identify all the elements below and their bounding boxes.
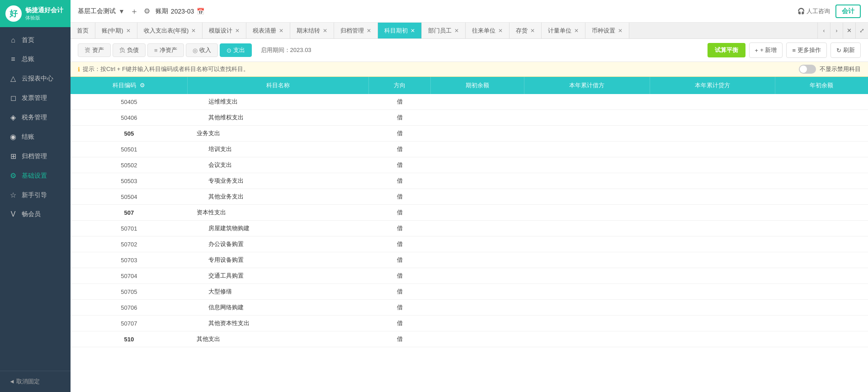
ledger-icon: ≡ — [9, 55, 17, 63]
sidebar-item-invoice[interactable]: ◻ 发票管理 — [0, 88, 71, 108]
tab-stock[interactable]: 存货 ✕ — [509, 23, 542, 39]
tab-close-icon[interactable]: ✕ — [574, 28, 579, 34]
tab-label: 税表清册 — [253, 27, 276, 35]
account-button[interactable]: 会计 — [835, 5, 861, 18]
add-tab-button[interactable]: ＋ — [130, 6, 138, 17]
tab-period-init[interactable]: 科目期初 ✕ — [378, 23, 422, 39]
tab-label: 存货 — [516, 27, 528, 35]
table-row[interactable]: 50503 专项业务支出 借 — [71, 173, 868, 189]
cell-opening — [431, 173, 524, 189]
subnav-asset[interactable]: 资 资产 — [78, 43, 111, 57]
tab-dept[interactable]: 部门员工 ✕ — [422, 23, 466, 39]
table-row[interactable]: 50504 其他业务支出 借 — [71, 189, 868, 205]
tab-template[interactable]: 模版设计 ✕ — [203, 23, 246, 39]
asset-icon: 资 — [85, 46, 90, 54]
cell-code: 50406 — [71, 110, 188, 126]
tab-clients[interactable]: 往来单位 ✕ — [466, 23, 509, 39]
tab-mid[interactable]: 账(中期) ✕ — [95, 23, 137, 39]
tab-close-icon[interactable]: ✕ — [618, 28, 623, 34]
subnav-expense[interactable]: ⊙ 支出 — [220, 43, 252, 57]
cell-code: 50501 — [71, 142, 188, 157]
tabs-close-all-button[interactable]: ✕ — [843, 23, 855, 39]
tab-close-icon[interactable]: ✕ — [126, 28, 131, 34]
tab-close-icon[interactable]: ✕ — [279, 28, 283, 34]
tab-close-icon[interactable]: ✕ — [235, 28, 240, 34]
column-settings-icon[interactable]: ⚙ — [140, 82, 145, 89]
tab-close-icon[interactable]: ✕ — [530, 28, 535, 34]
table-row[interactable]: 50706 信息网络购建 借 — [71, 300, 868, 316]
settings-icon: ⚙ — [9, 171, 17, 180]
tabs-next-button[interactable]: › — [830, 23, 843, 39]
tab-close-icon[interactable]: ✕ — [191, 28, 196, 34]
tabs-prev-button[interactable]: ‹ — [817, 23, 830, 39]
subnav-liability[interactable]: 负 负债 — [113, 43, 146, 57]
sidebar-item-member[interactable]: V 畅会员 — [0, 205, 71, 224]
table-row[interactable]: 50703 专用设备购置 借 — [71, 252, 868, 268]
sidebar-collapse-button[interactable]: ◄ 取消固定 — [0, 371, 71, 392]
tab-annual[interactable]: 收入支出表(年报) ✕ — [137, 23, 203, 39]
sidebar-item-ledger[interactable]: ≡ 总账 — [0, 50, 71, 69]
sidebar-item-home[interactable]: ⌂ 首页 — [0, 31, 71, 50]
table-row[interactable]: 507 资本性支出 借 — [71, 205, 868, 221]
disabled-toggle[interactable] — [799, 65, 816, 74]
tab-close-icon[interactable]: ✕ — [367, 28, 371, 34]
tab-close-icon[interactable]: ✕ — [498, 28, 503, 34]
table-row[interactable]: 50502 会议支出 借 — [71, 157, 868, 173]
sidebar-item-tax[interactable]: ◈ 税务管理 — [0, 108, 71, 127]
cell-code: 50707 — [71, 316, 188, 331]
hint-text: 提示：按Ctrl + F键并输入科目编码或者科目名称可以查找科目。 — [83, 65, 249, 73]
calendar-icon[interactable]: 📅 — [197, 8, 204, 15]
subnav-label: 支出 — [233, 46, 245, 54]
cell-year-opening — [775, 142, 868, 157]
subnav-income[interactable]: ◎ 收入 — [186, 43, 218, 57]
company-dropdown-icon[interactable]: ▼ — [118, 8, 125, 15]
settings-button[interactable]: ⚙ — [144, 7, 150, 15]
cell-name: 办公设备购置 — [188, 236, 369, 252]
tab-label: 往来单位 — [472, 27, 495, 35]
tab-arch[interactable]: 归档管理 ✕ — [334, 23, 378, 39]
tab-close-icon[interactable]: ✕ — [410, 28, 415, 34]
sidebar-item-reports[interactable]: △ 云报表中心 — [0, 69, 71, 88]
tab-close-icon[interactable]: ✕ — [454, 28, 459, 34]
tabs-expand-button[interactable]: ⤢ — [855, 23, 868, 39]
cell-name: 大型修缮 — [188, 284, 369, 300]
tab-unit[interactable]: 计量单位 ✕ — [542, 23, 585, 39]
sidebar-item-close[interactable]: ◉ 结账 — [0, 127, 71, 146]
tab-yearend[interactable]: 期末结转 ✕ — [290, 23, 334, 39]
add-label: + 新增 — [760, 46, 777, 54]
table-row[interactable]: 50702 办公设备购置 借 — [71, 236, 868, 252]
table-row[interactable]: 505 业务支出 借 — [71, 126, 868, 142]
cell-code: 510 — [71, 331, 188, 347]
cell-year-opening — [775, 316, 868, 331]
tab-close-icon[interactable]: ✕ — [323, 28, 327, 34]
cell-ytd-credit — [650, 157, 775, 173]
table-row[interactable]: 510 其他支出 借 — [71, 331, 868, 347]
add-button[interactable]: + + 新增 — [749, 43, 783, 58]
tab-taxclear[interactable]: 税表清册 ✕ — [246, 23, 290, 39]
refresh-button[interactable]: ↻ 刷新 — [830, 43, 861, 58]
sidebar-item-guide[interactable]: ☆ 新手引导 — [0, 185, 71, 205]
table-row[interactable]: 50705 大型修缮 借 — [71, 284, 868, 300]
cell-opening — [431, 316, 524, 331]
sidebar-item-label: 发票管理 — [22, 94, 47, 102]
table-row[interactable]: 50501 培训支出 借 — [71, 142, 868, 157]
table-row[interactable]: 50701 房屋建筑物购建 借 — [71, 221, 868, 236]
sidebar-item-archive[interactable]: ⊞ 归档管理 — [0, 146, 71, 166]
tab-home[interactable]: 首页 — [71, 23, 95, 39]
table-row[interactable]: 50405 运维维支出 借 — [71, 94, 868, 110]
table-row[interactable]: 50704 交通工具购置 借 — [71, 268, 868, 284]
sidebar-item-label: 新手引导 — [22, 191, 47, 199]
calc-balance-button[interactable]: 试算平衡 — [708, 43, 745, 57]
more-button[interactable]: ≡ 更多操作 — [786, 43, 827, 58]
table-row[interactable]: 50707 其他资本性支出 借 — [71, 316, 868, 331]
table-row[interactable]: 50406 其他维权支出 借 — [71, 110, 868, 126]
cell-code: 50703 — [71, 252, 188, 268]
company-label: 基层工会测试 — [78, 7, 116, 15]
tab-currency[interactable]: 币种设置 ✕ — [585, 23, 629, 39]
consult-button[interactable]: 🎧 人工咨询 — [797, 7, 830, 15]
cell-ytd-credit — [650, 173, 775, 189]
sidebar-item-basic[interactable]: ⚙ 基础设置 — [0, 166, 71, 185]
subnav-equity[interactable]: ≡ 净资产 — [147, 43, 184, 57]
cell-ytd-credit — [650, 316, 775, 331]
cell-name: 会议支出 — [188, 157, 369, 173]
